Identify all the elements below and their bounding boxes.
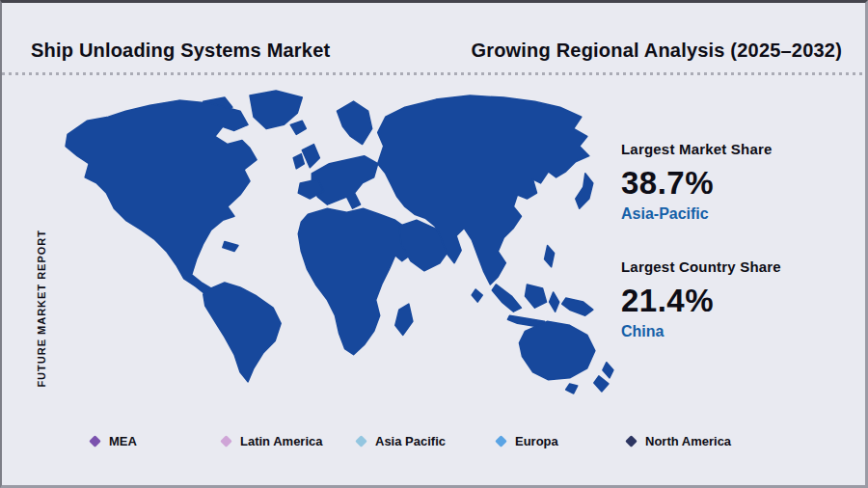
legend-label: Asia Pacific bbox=[375, 434, 446, 448]
map-sri-lanka bbox=[472, 289, 482, 302]
stat-value: 38.7% bbox=[621, 165, 862, 202]
stat-label: Largest Market Share bbox=[621, 141, 862, 157]
map-sulawesi bbox=[550, 292, 559, 312]
map-new-guinea bbox=[562, 298, 593, 315]
map-cuba bbox=[223, 242, 238, 252]
map-scandinavia bbox=[337, 101, 371, 144]
stat-largest-market-share: Largest Market Share 38.7% Asia-Pacific bbox=[621, 141, 862, 223]
map-madagascar bbox=[395, 304, 413, 335]
legend-item-latin-america: Latin America bbox=[222, 434, 323, 448]
stat-value: 21.4% bbox=[621, 283, 862, 319]
legend-label: Latin America bbox=[240, 434, 323, 448]
map-ireland bbox=[293, 154, 304, 169]
diamond-icon bbox=[220, 435, 232, 447]
page-title: Ship Unloading Systems Market bbox=[31, 40, 330, 62]
legend-label: Europa bbox=[515, 434, 558, 448]
map-new-zealand-north bbox=[603, 363, 613, 378]
stat-region: Asia-Pacific bbox=[621, 205, 862, 223]
map-britain bbox=[302, 145, 319, 168]
map-philippines bbox=[545, 246, 555, 267]
header: Ship Unloading Systems Market Growing Re… bbox=[31, 40, 842, 62]
map-japan bbox=[576, 174, 593, 208]
page-subtitle: Growing Regional Analysis (2025–2032) bbox=[471, 40, 842, 62]
stat-largest-country-share: Largest Country Share 21.4% China bbox=[621, 258, 862, 340]
infographic-canvas: Ship Unloading Systems Market Growing Re… bbox=[0, 0, 868, 488]
map-australia bbox=[519, 321, 594, 380]
world-map-landmass bbox=[66, 91, 613, 393]
diamond-icon bbox=[89, 435, 101, 447]
map-borneo bbox=[525, 285, 546, 308]
map-north-america bbox=[66, 100, 257, 294]
map-tasmania bbox=[566, 384, 578, 393]
watermark-vertical-text: FUTURE MARKET REPORT bbox=[33, 221, 50, 396]
world-map bbox=[58, 88, 625, 394]
stat-region: China bbox=[621, 323, 862, 340]
map-new-zealand-south bbox=[594, 376, 609, 392]
legend-label: North America bbox=[645, 434, 731, 448]
map-europe bbox=[312, 156, 377, 209]
watermark-label: FUTURE MARKET REPORT bbox=[36, 230, 47, 388]
legend-item-north-america: North America bbox=[627, 434, 731, 448]
map-sumatra bbox=[492, 285, 521, 312]
map-south-america bbox=[203, 283, 281, 382]
diamond-icon bbox=[495, 435, 507, 447]
legend-item-europa: Europa bbox=[497, 434, 558, 448]
stat-label: Largest Country Share bbox=[621, 258, 862, 275]
diamond-icon bbox=[625, 435, 637, 447]
legend-item-asia-pacific: Asia Pacific bbox=[357, 434, 446, 448]
legend-item-mea: MEA bbox=[91, 434, 137, 448]
dotted-divider bbox=[2, 72, 865, 75]
diamond-icon bbox=[355, 435, 367, 447]
legend-label: MEA bbox=[109, 434, 137, 448]
map-iceland bbox=[290, 121, 306, 134]
